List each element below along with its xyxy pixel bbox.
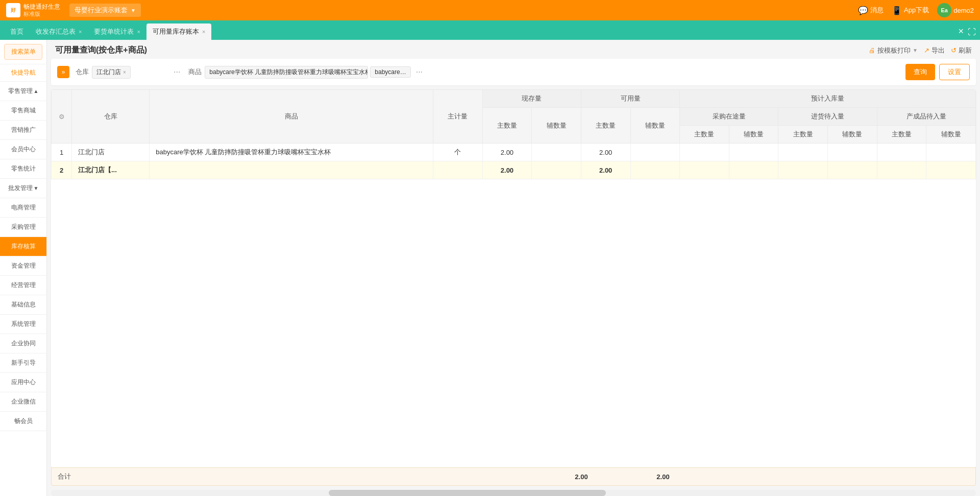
current-main-header: 主数量 [482, 108, 532, 144]
subtotal-ip-aux [828, 161, 877, 179]
current-aux-header: 辅数量 [532, 108, 581, 144]
more-products-icon[interactable]: ··· [414, 67, 425, 77]
app-icon: 📱 [892, 6, 902, 15]
total-label: 合计 [58, 472, 160, 481]
sidebar-item-vip-member[interactable]: 畅会员 [0, 412, 46, 431]
horizontal-scrollbar[interactable] [51, 490, 976, 496]
sidebar-item-enterprise-wechat[interactable]: 企业微信 [0, 392, 46, 412]
more-options-icon[interactable]: ··· [172, 67, 182, 77]
current-stock-group-header: 现存量 [482, 90, 581, 108]
message-button[interactable]: 💬 消息 [858, 6, 884, 15]
sidebar-item-ops-mgmt[interactable]: 经营管理 [0, 276, 46, 295]
sidebar-item-sys-mgmt[interactable]: 系统管理 [0, 315, 46, 334]
subtotal-no: 2 [52, 161, 72, 179]
logo-area: 好 畅捷通好生意 标准版 [6, 3, 60, 17]
subtotal-ip-main [778, 161, 828, 179]
pp-aux-header: 辅数量 [926, 126, 976, 144]
main-unit-column-header: 主计量 [433, 90, 483, 144]
page-title: 可用量查询(按仓库+商品) [55, 45, 147, 56]
app-download-button[interactable]: 📱 App下载 [892, 6, 929, 15]
expand-tabs-button[interactable]: ⛶ [968, 28, 976, 40]
chevron-down-icon: ▼ [34, 185, 39, 191]
settings-column-header[interactable]: ⚙ [52, 90, 72, 144]
row-product: babycare学饮杯 儿童防摔防撞吸管杯重力球吸嘴杯宝宝水杯 [150, 144, 433, 161]
warehouse-filter: 仓库 江北门店 × ··· [76, 66, 182, 79]
row-pt-aux [729, 144, 778, 161]
sidebar-item-ecom-mgmt[interactable]: 电商管理 [0, 198, 46, 218]
sidebar-item-retail-stats[interactable]: 零售统计 [0, 159, 46, 179]
filter-bar: » 仓库 江北门店 × ··· 商品 babycare学饮杯 儿童防摔防撞吸管杯… [51, 59, 976, 85]
user-profile[interactable]: Ea demo2 [937, 3, 974, 17]
footer-current-main: 2.00 [561, 473, 602, 481]
header-right: 💬 消息 📱 App下载 Ea demo2 [858, 3, 974, 17]
pt-main-header: 主数量 [680, 126, 729, 144]
tab-close-icon[interactable]: × [137, 29, 140, 35]
template-print-button[interactable]: 🖨 按模板打印 ▼ [869, 46, 918, 55]
warehouse-input-area[interactable]: 江北门店 × [92, 66, 168, 79]
filter-toggle-button[interactable]: » [57, 66, 69, 78]
sidebar-item-wholesale-mgmt[interactable]: 批发管理 ▼ [0, 179, 46, 198]
page-actions: 🖨 按模板打印 ▼ ↗ 导出 ↺ 刷新 [869, 46, 972, 55]
sidebar-item-finance-mgmt[interactable]: 资金管理 [0, 256, 46, 276]
pp-main-header: 主数量 [877, 126, 926, 144]
export-button[interactable]: ↗ 导出 [924, 46, 945, 55]
top-header: 好 畅捷通好生意 标准版 母婴行业演示账套 ▼ 💬 消息 📱 App下载 Ea … [0, 0, 980, 20]
settings-button[interactable]: 设置 [939, 64, 970, 80]
header-left: 好 畅捷通好生意 标准版 母婴行业演示账套 ▼ [6, 3, 141, 17]
sidebar-item-app-center[interactable]: 应用中心 [0, 373, 46, 392]
sidebar-item-retail-mgmt[interactable]: 零售管理 ▲ [0, 82, 46, 101]
sidebar-item-inventory-check[interactable]: 库存核算 [0, 237, 46, 256]
data-table: ⚙ 仓库 商品 主计量 现存量 可用量 预计入库量 主数量 辅数量 主数量 辅数… [51, 89, 976, 179]
product-pending-group-header: 产成品待入量 [877, 108, 975, 126]
filter-actions: 查询 设置 [905, 64, 970, 80]
row-available-aux [630, 144, 680, 161]
search-menu-button[interactable]: 搜索菜单 [4, 44, 42, 60]
sidebar-item-new-guide[interactable]: 新手引导 [0, 353, 46, 373]
sidebar: 搜索菜单 快捷导航 零售管理 ▲ 零售商城 营销推广 会员中心 零售统计 批发管… [0, 40, 47, 496]
sidebar-item-member-center[interactable]: 会员中心 [0, 140, 46, 159]
product-tag-2[interactable]: babycare… [370, 66, 410, 78]
close-all-tabs-button[interactable]: × [958, 26, 964, 40]
row-pt-main [680, 144, 729, 161]
page-header: 可用量查询(按仓库+商品) 🖨 按模板打印 ▼ ↗ 导出 ↺ 刷新 [47, 40, 980, 59]
row-no: 1 [52, 144, 72, 161]
sidebar-item-marketing[interactable]: 营销推广 [0, 121, 46, 140]
chevron-down-icon: ▼ [913, 48, 918, 53]
sidebar-item-enterprise-collab[interactable]: 企业协同 [0, 334, 46, 353]
subtotal-warehouse: 江北门店【... [72, 161, 150, 179]
incoming-pending-group-header: 进货待入量 [778, 108, 877, 126]
sidebar-item-retail-mall[interactable]: 零售商城 [0, 101, 46, 121]
warehouse-column-header: 仓库 [72, 90, 150, 144]
quick-nav-button[interactable]: 快捷导航 [0, 64, 46, 82]
store-selector[interactable]: 母婴行业演示账套 ▼ [69, 4, 141, 17]
product-filter: 商品 babycare学饮杯 儿童防摔防撞吸管杯重力球吸嘴杯宝宝水杯 × bab… [188, 66, 425, 79]
tab-collect-pay[interactable]: 收发存汇总表 × [30, 23, 88, 40]
product-tag-1[interactable]: babycare学饮杯 儿童防摔防撞吸管杯重力球吸嘴杯宝宝水杯 × [205, 66, 368, 79]
product-input-area[interactable]: babycare学饮杯 儿童防摔防撞吸管杯重力球吸嘴杯宝宝水杯 × babyca… [205, 66, 410, 79]
purchase-in-transit-group-header: 采购在途量 [680, 108, 778, 126]
footer-available-main: 2.00 [643, 473, 683, 481]
tab-close-icon[interactable]: × [202, 29, 205, 35]
warehouse-tag[interactable]: 江北门店 × [92, 66, 131, 79]
remove-warehouse-tag[interactable]: × [123, 69, 126, 75]
table-row-subtotal: 2 江北门店【... 2.00 2.00 [52, 161, 976, 179]
subtotal-current-main: 2.00 [482, 161, 532, 179]
query-button[interactable]: 查询 [905, 64, 935, 80]
sidebar-item-basic-info[interactable]: 基础信息 [0, 295, 46, 315]
tab-available-stock[interactable]: 可用量库存账本 × [146, 23, 211, 40]
tab-close-icon[interactable]: × [79, 29, 82, 35]
tab-home[interactable]: 首页 [4, 23, 30, 40]
table-row: 1 江北门店 babycare学饮杯 儿童防摔防撞吸管杯重力球吸嘴杯宝宝水杯 个… [52, 144, 976, 161]
sidebar-search-area: 搜索菜单 [0, 40, 46, 64]
subtotal-pp-aux [926, 161, 976, 179]
main-layout: 搜索菜单 快捷导航 零售管理 ▲ 零售商城 营销推广 会员中心 零售统计 批发管… [0, 40, 980, 496]
scrollbar-thumb[interactable] [329, 490, 606, 496]
export-icon: ↗ [924, 46, 929, 54]
tab-order-stats[interactable]: 要货单统计表 × [88, 23, 146, 40]
subtotal-pt-main [680, 161, 729, 179]
row-current-main: 2.00 [482, 144, 532, 161]
sidebar-item-purchase-mgmt[interactable]: 采购管理 [0, 218, 46, 237]
row-available-main: 2.00 [581, 144, 630, 161]
row-pp-main [877, 144, 926, 161]
refresh-button[interactable]: ↺ 刷新 [951, 46, 972, 55]
